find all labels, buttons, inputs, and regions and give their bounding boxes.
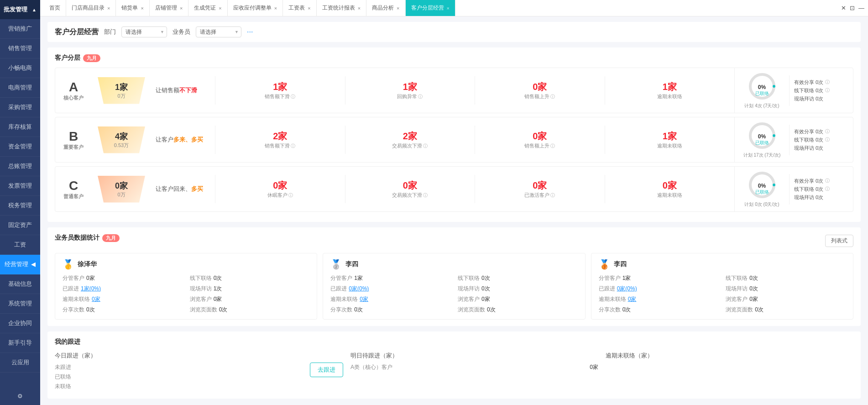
staff-row: 现场拜访 0次 [726, 285, 846, 293]
staff-card-2: 🥉 李四 分管客户 1家 线下联络 0次 已跟进 [591, 253, 853, 320]
tab-close-icon[interactable]: × [180, 5, 183, 11]
staff-row: 分管客户 1家 [330, 274, 450, 282]
page-title: 客户分层经营 [55, 27, 99, 37]
tab-close-icon[interactable]: × [274, 5, 277, 11]
followup-overdue-col: 逾期未联络（家） [606, 352, 853, 363]
tab-close-icon[interactable]: × [141, 5, 143, 11]
tier-funnel-a: 1家 0万 [92, 77, 151, 104]
tier-circle-c: 0% 已联络 计划 0次 (0天/次) [734, 167, 789, 211]
tier-stat-a2: 1家 回购异常 ⓘ [345, 76, 475, 105]
staff-row: 线下联络 0次 [458, 274, 578, 282]
tab-close-icon[interactable]: × [308, 5, 310, 11]
tier-row-c: C 普通客户 0家 0万 让客户回来、多买 0家 休眠客户 ⓘ [55, 166, 853, 212]
sidebar-item-gz[interactable]: 工资 [0, 235, 40, 255]
goto-followup-btn[interactable]: 去跟进 [310, 363, 343, 377]
sidebar-item-gdzy[interactable]: 固定资产 [0, 216, 40, 235]
staff-medal-2: 🥉 [599, 259, 610, 270]
sidebar-item-qyxt[interactable]: 企业协同 [0, 314, 40, 333]
tier-desc-b: 让客户多来、多买 [151, 131, 215, 148]
followup-btn-wrap: 去跟进 [310, 352, 343, 377]
followup-today-col: 今日跟进（家） 未跟进 已联络 未联络 [55, 352, 303, 392]
sidebar-item-xtgl[interactable]: 系统管理 [0, 294, 40, 314]
tab-customer-tier[interactable]: 客户分层经营 × [406, 0, 455, 16]
sidebar-header-title: 批发管理 [4, 5, 27, 14]
sidebar-item-yxtg[interactable]: 营销推广 [0, 19, 40, 39]
help-icon: ⓘ [288, 192, 293, 199]
sidebar-header[interactable]: 批发管理 ▲ [0, 0, 40, 19]
staff-row: 已跟进 0家(0%) [599, 285, 719, 293]
sidebar-item-dsgl[interactable]: 电商管理 [0, 78, 40, 98]
sidebar-item-jygl[interactable]: 经营管理 ◀ [0, 255, 40, 274]
sidebar-item-xsyd[interactable]: 新手引导 [0, 333, 40, 353]
sidebar-item-cjgl[interactable]: 采购管理 [0, 98, 40, 117]
tab-close-icon[interactable]: × [358, 5, 361, 11]
tier-label-a: A 核心客户 [55, 73, 92, 109]
tier-right-stats-b: 有效分享 0次 ⓘ 线下联络 0次 ⓘ 现场拜访 0次 [789, 125, 853, 155]
sidebar-item-fpgl[interactable]: 发票管理 [0, 176, 40, 196]
biz-title: 业务员数据统计 九月 [55, 234, 120, 242]
help-icon: ⓘ [418, 94, 423, 100]
staff-medal-0: 🥇 [63, 259, 74, 270]
sidebar-item-jcxx[interactable]: 基础信息 [0, 274, 40, 294]
tab-restore-icon[interactable]: ⊡ [850, 5, 855, 11]
staff-select-wrap[interactable]: 请选择 [196, 26, 241, 37]
tab-close-active-icon[interactable]: × [447, 5, 450, 11]
tab-sales-order[interactable]: 销货单 × [116, 0, 149, 16]
tab-home[interactable]: 首页 [44, 0, 66, 16]
tab-payroll[interactable]: 工资表 × [283, 0, 316, 16]
sidebar-item-xsgl[interactable]: 销售管理 [0, 39, 40, 58]
followup-title: 我的跟进 [55, 338, 853, 346]
sidebar-item-zjgl[interactable]: 资金管理 [0, 137, 40, 157]
tier-stat-a3: 0家 销售额上升 ⓘ [475, 76, 605, 105]
followup-row: A类（核心）客户 0家 [350, 363, 598, 371]
tab-close-icon[interactable]: × [397, 5, 399, 11]
tab-ar-ap-adjust[interactable]: 应收应付调整单 × [228, 0, 283, 16]
tier-stat-c3: 0家 已激活客户 ⓘ [475, 175, 605, 203]
tier-stat-b2: 2家 交易频次下滑 ⓘ [345, 126, 475, 154]
sidebar-item-xcdp[interactable]: 小畅电商 [0, 58, 40, 78]
dept-select-wrap[interactable]: 请选择 [121, 26, 167, 37]
dept-select[interactable]: 请选择 [121, 26, 167, 37]
biz-stats-section: 业务员数据统计 九月 列表式 🥇 徐泽华 分管客户 0家 [47, 227, 861, 326]
staff-grid-2: 分管客户 1家 线下联络 0次 已跟进 0家(0%) 现场拜访 [599, 274, 846, 314]
staff-cards: 🥇 徐泽华 分管客户 0家 线下联络 0次 已跟进 [55, 253, 853, 320]
more-options-btn[interactable]: ··· [247, 28, 253, 36]
staff-row: 分享次数 0次 [599, 306, 719, 314]
list-view-btn[interactable]: 列表式 [825, 235, 853, 247]
tier-stat-b4: 1家 逾期未联络 [605, 126, 735, 154]
tier-circle-a: 0% 已联络 计划 4次 (7天/次) [734, 68, 789, 113]
biz-month-badge: 九月 [102, 234, 120, 242]
sidebar-item-kchj[interactable]: 库存核算 [0, 117, 40, 137]
tier-stat-b3: 0家 销售额上升 ⓘ [475, 126, 605, 154]
help-icon: ⓘ [825, 79, 830, 85]
staff-row: 分管客户 1家 [599, 274, 719, 282]
main-area: 首页 门店商品目录 × 销货单 × 店铺管理 × 生成凭证 × 应收应付调整单 … [40, 0, 868, 405]
content-area: 客户分层经营 部门 请选择 业务员 请选择 ··· 客户分层 九月 [40, 16, 868, 405]
staff-row: 线下联络 0次 [190, 274, 310, 282]
tab-close-icon[interactable]: × [107, 5, 110, 11]
sidebar-item-zzgl[interactable]: 总账管理 [0, 157, 40, 176]
tier-row-a: A 核心客户 1家 0万 让销售额不下滑 1家 销售额下滑 ⓘ [55, 68, 853, 113]
staff-row: 线下联络 0次 [726, 274, 846, 282]
sidebar-item-yyyp[interactable]: 云应用 [0, 353, 40, 373]
help-icon: ⓘ [825, 186, 830, 192]
tab-voucher-gen[interactable]: 生成凭证 × [188, 0, 227, 16]
tab-payroll-report[interactable]: 工资统计报表 × [317, 0, 366, 16]
tab-close-icon[interactable]: × [219, 5, 221, 11]
customer-tier-title: 客户分层 九月 [55, 54, 853, 62]
tier-stat-a4: 1家 逾期未联络 [605, 76, 735, 105]
sidebar-item-swgl[interactable]: 税务管理 [0, 196, 40, 216]
tab-product-list[interactable]: 门店商品目录 × [66, 0, 116, 16]
staff-grid-0: 分管客户 0家 线下联络 0次 已跟进 1家(0%) 现场拜访 [63, 274, 309, 314]
tab-product-analysis[interactable]: 商品分析 × [366, 0, 405, 16]
tier-funnel-c: 0家 0万 [92, 176, 151, 203]
staff-select[interactable]: 请选择 [196, 26, 241, 37]
staff-name-0: 徐泽华 [78, 260, 97, 268]
tab-close-window-icon[interactable]: ✕ [841, 5, 846, 11]
help-icon: ⓘ [423, 143, 428, 149]
help-icon: ⓘ [825, 128, 830, 135]
tab-minimize-icon[interactable]: — [858, 5, 864, 11]
tab-bar: 首页 门店商品目录 × 销货单 × 店铺管理 × 生成凭证 × 应收应付调整单 … [40, 0, 868, 16]
tab-store-mgmt[interactable]: 店铺管理 × [150, 0, 188, 16]
settings-icon[interactable]: ⚙ [0, 387, 40, 405]
